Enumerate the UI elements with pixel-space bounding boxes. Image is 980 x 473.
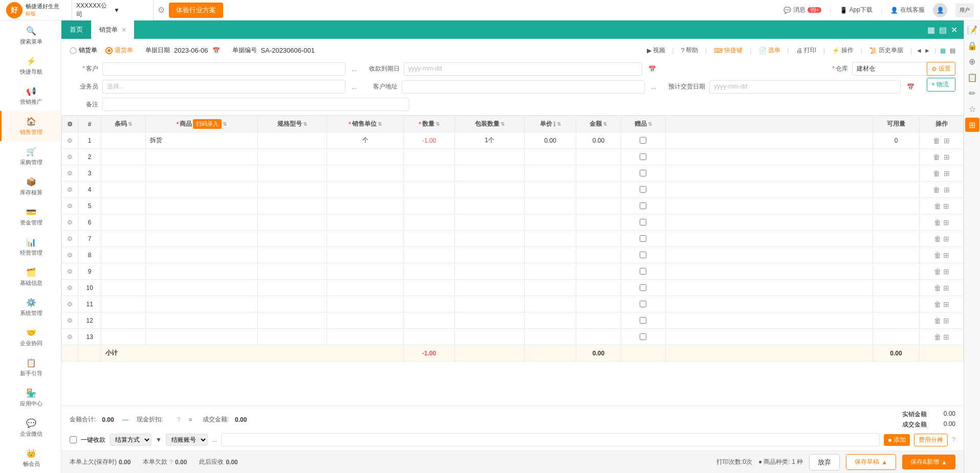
gift-checkbox-3[interactable] xyxy=(640,170,646,176)
row-product-10[interactable] xyxy=(146,280,257,296)
sidebar-item-quicknav[interactable]: ⚡ 快捷导航 xyxy=(0,51,61,81)
row-product-6[interactable] xyxy=(146,214,257,231)
row-amount-11[interactable] xyxy=(576,296,621,312)
row-barcode-3[interactable] xyxy=(101,165,146,182)
row-delete-icon-13[interactable]: 🗑 xyxy=(934,333,941,341)
row-unit-11[interactable] xyxy=(327,296,403,312)
row-spec-4[interactable] xyxy=(257,182,327,198)
row-gear-icon-4[interactable]: ⚙ xyxy=(67,186,73,193)
far-right-btn-orange[interactable]: ⊞ xyxy=(965,118,979,132)
row-delete-icon-9[interactable]: 🗑 xyxy=(934,267,941,276)
expense-button[interactable]: 费用分摊 xyxy=(914,434,948,446)
row-price-12[interactable] xyxy=(525,312,576,329)
row-qty-6[interactable] xyxy=(403,214,455,231)
col-price-sort[interactable]: ⇅ xyxy=(557,121,561,127)
logistics-button[interactable]: + 物流 xyxy=(927,78,955,92)
row-gear-13[interactable]: ⚙ xyxy=(62,329,78,345)
row-product-3[interactable] xyxy=(146,165,257,182)
row-unit-9[interactable] xyxy=(327,263,403,280)
gift-checkbox-1[interactable] xyxy=(640,137,646,144)
row-delete-icon-3[interactable]: 🗑 xyxy=(933,169,940,177)
row-price-2[interactable] xyxy=(525,149,576,165)
far-right-btn-6[interactable]: ☆ xyxy=(965,102,979,116)
row-qty-9[interactable] xyxy=(403,263,455,280)
row-price-1[interactable]: 0.00 xyxy=(525,132,576,149)
row-qty-10[interactable] xyxy=(403,280,455,296)
row-price-8[interactable] xyxy=(525,247,576,263)
row-gift-3[interactable] xyxy=(621,165,665,182)
row-barcode-13[interactable] xyxy=(101,329,146,345)
far-right-btn-4[interactable]: 📋 xyxy=(965,70,979,84)
sidebar-item-member[interactable]: 👑 畅会员 xyxy=(0,443,61,473)
row-spec-8[interactable] xyxy=(257,247,327,263)
row-pkg-9[interactable] xyxy=(455,263,525,280)
row-pkg-5[interactable] xyxy=(455,198,525,214)
row-gear-icon-2[interactable]: ⚙ xyxy=(67,153,73,161)
row-gift-10[interactable] xyxy=(621,280,665,296)
col-amount-sort[interactable]: ⇅ xyxy=(603,121,607,127)
row-copy-icon-6[interactable]: ⊞ xyxy=(943,218,949,227)
row-gear-icon-5[interactable]: ⚙ xyxy=(67,202,73,210)
row-gear-8[interactable]: ⚙ xyxy=(62,247,78,263)
gift-checkbox-4[interactable] xyxy=(640,186,646,193)
row-gear-5[interactable]: ⚙ xyxy=(62,198,78,214)
row-copy-icon-10[interactable]: ⊞ xyxy=(943,284,949,292)
company-selector[interactable]: XXXXXX公司 ▼ xyxy=(72,0,154,21)
far-right-btn-3[interactable]: ⊕ xyxy=(965,54,979,69)
row-pkg-2[interactable] xyxy=(455,149,525,165)
row-qty-5[interactable] xyxy=(403,198,455,214)
app-download-btn[interactable]: 📱 App下载 xyxy=(840,6,873,14)
row-product-7[interactable] xyxy=(146,231,257,247)
operate-btn[interactable]: ⚡ 操作 xyxy=(829,45,857,56)
row-gift-11[interactable] xyxy=(621,296,665,312)
row-barcode-9[interactable] xyxy=(101,263,146,280)
row-pkg-1[interactable]: 1个 xyxy=(455,132,525,149)
row-amount-9[interactable] xyxy=(576,263,621,280)
row-delete-icon-11[interactable]: 🗑 xyxy=(934,300,941,308)
row-barcode-6[interactable] xyxy=(101,214,146,231)
row-price-7[interactable] xyxy=(525,231,576,247)
row-copy-icon-13[interactable]: ⊞ xyxy=(943,333,949,341)
row-barcode-7[interactable] xyxy=(101,231,146,247)
row-amount-13[interactable] xyxy=(576,329,621,345)
trial-button[interactable]: 体验行业方案 xyxy=(169,3,223,18)
row-price-11[interactable] xyxy=(525,296,576,312)
calc-method-select[interactable]: 结算方式 xyxy=(110,434,151,446)
col-spec-sort[interactable]: ⇅ xyxy=(303,121,307,127)
gift-checkbox-2[interactable] xyxy=(640,153,646,160)
row-barcode-1[interactable] xyxy=(101,132,146,149)
row-gear-6[interactable]: ⚙ xyxy=(62,214,78,231)
row-gear-12[interactable]: ⚙ xyxy=(62,312,78,329)
row-amount-1[interactable]: 0.00 xyxy=(576,132,621,149)
video-btn[interactable]: ▶ 视频 xyxy=(644,45,668,56)
row-copy-icon-7[interactable]: ⊞ xyxy=(943,235,949,243)
avatar[interactable]: 👤 xyxy=(933,3,947,17)
row-qty-13[interactable] xyxy=(403,329,455,345)
row-gift-13[interactable] xyxy=(621,329,665,345)
row-product-1[interactable]: 拆货 xyxy=(146,132,257,149)
row-barcode-8[interactable] xyxy=(101,247,146,263)
row-price-4[interactable] xyxy=(525,182,576,198)
radio-return[interactable]: 退货单 xyxy=(105,46,133,55)
customer-dots[interactable]: ... xyxy=(352,65,357,73)
radio-sale[interactable]: 销货单 xyxy=(70,46,97,55)
row-gear-icon-6[interactable]: ⚙ xyxy=(67,219,73,226)
row-delete-icon-7[interactable]: 🗑 xyxy=(934,235,941,243)
row-unit-12[interactable] xyxy=(327,312,403,329)
row-qty-12[interactable] xyxy=(403,312,455,329)
gift-checkbox-13[interactable] xyxy=(640,333,646,340)
customer-addr-input[interactable] xyxy=(402,80,645,94)
sidebar-item-management[interactable]: 📊 经营管理 xyxy=(0,232,61,262)
col-unit-sort[interactable]: ⇅ xyxy=(378,121,382,127)
row-amount-12[interactable] xyxy=(576,312,621,329)
row-gear-10[interactable]: ⚙ xyxy=(62,280,78,296)
row-product-5[interactable] xyxy=(146,198,257,214)
calendar-icon[interactable]: 📅 xyxy=(212,47,220,54)
account-dots[interactable]: ... xyxy=(212,436,217,443)
row-unit-6[interactable] xyxy=(327,214,403,231)
remarks-input[interactable] xyxy=(102,98,409,111)
online-service-btn[interactable]: 👤 在线客服 xyxy=(890,6,925,14)
row-delete-icon-8[interactable]: 🗑 xyxy=(934,251,941,259)
row-gift-4[interactable] xyxy=(621,182,665,198)
row-gear-4[interactable]: ⚙ xyxy=(62,182,78,198)
